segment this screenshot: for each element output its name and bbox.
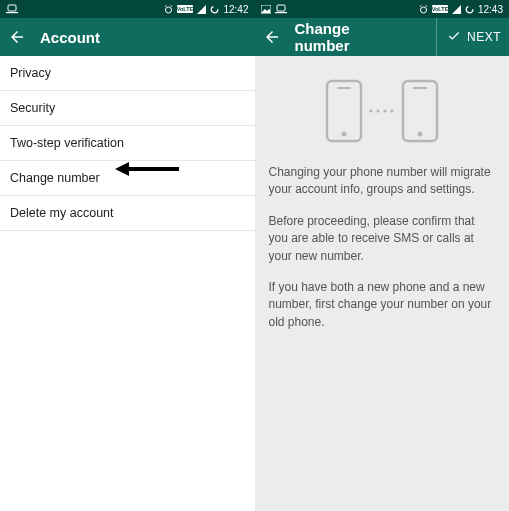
laptop-icon: [6, 4, 18, 14]
next-button[interactable]: NEXT: [436, 18, 501, 56]
info-paragraph-2: Before proceeding, please confirm that y…: [269, 213, 496, 265]
status-bar: VoLTE 12:42: [0, 0, 255, 18]
info-paragraph-1: Changing your phone number will migrate …: [269, 164, 496, 199]
signal-icon: [197, 5, 206, 14]
svg-rect-10: [277, 5, 285, 11]
back-icon[interactable]: [263, 28, 281, 46]
list-item-privacy[interactable]: Privacy: [0, 56, 255, 91]
svg-rect-1: [6, 12, 18, 13]
svg-line-13: [420, 5, 422, 6]
app-bar: Change number NEXT: [255, 18, 510, 56]
svg-rect-0: [8, 5, 16, 11]
svg-point-7: [212, 6, 219, 13]
svg-rect-11: [275, 12, 287, 13]
svg-point-26: [383, 109, 386, 112]
svg-point-2: [166, 7, 172, 13]
svg-line-4: [171, 5, 173, 6]
laptop-icon: [275, 4, 287, 14]
check-icon: [447, 29, 461, 46]
alarm-icon: [419, 5, 428, 14]
svg-point-12: [420, 7, 426, 13]
svg-point-23: [417, 132, 422, 137]
app-bar: Account: [0, 18, 255, 56]
svg-point-24: [369, 109, 372, 112]
back-icon[interactable]: [8, 28, 26, 46]
clock-text: 12:42: [223, 4, 248, 15]
svg-point-27: [390, 109, 393, 112]
phone-transfer-illustration: [269, 76, 496, 146]
loading-icon: [465, 5, 474, 14]
volte-icon: VoLTE: [177, 5, 193, 13]
screen-change-number: VoLTE 12:43 Change number N: [255, 0, 510, 511]
svg-line-3: [165, 5, 167, 6]
image-icon: [261, 5, 271, 14]
clock-text: 12:43: [478, 4, 503, 15]
screen-account: VoLTE 12:42 Account Privacy Security Two…: [0, 0, 255, 511]
list-item-security[interactable]: Security: [0, 91, 255, 126]
loading-icon: [210, 5, 219, 14]
settings-list: Privacy Security Two-step verification C…: [0, 56, 255, 231]
info-paragraph-3: If you have both a new phone and a new n…: [269, 279, 496, 331]
svg-point-25: [376, 109, 379, 112]
content-area: Changing your phone number will migrate …: [255, 56, 510, 511]
list-item-delete-account[interactable]: Delete my account: [0, 196, 255, 231]
page-title: Account: [40, 29, 100, 46]
svg-line-14: [425, 5, 427, 6]
volte-icon: VoLTE: [432, 5, 448, 13]
status-bar: VoLTE 12:43: [255, 0, 510, 18]
svg-point-17: [466, 6, 473, 13]
alarm-icon: [164, 5, 173, 14]
next-label: NEXT: [467, 30, 501, 44]
page-title: Change number: [295, 20, 408, 54]
list-item-two-step[interactable]: Two-step verification: [0, 126, 255, 161]
signal-icon: [452, 5, 461, 14]
svg-text:VoLTE: VoLTE: [177, 6, 193, 12]
svg-text:VoLTE: VoLTE: [432, 6, 448, 12]
list-item-change-number[interactable]: Change number: [0, 161, 255, 196]
svg-point-20: [341, 132, 346, 137]
